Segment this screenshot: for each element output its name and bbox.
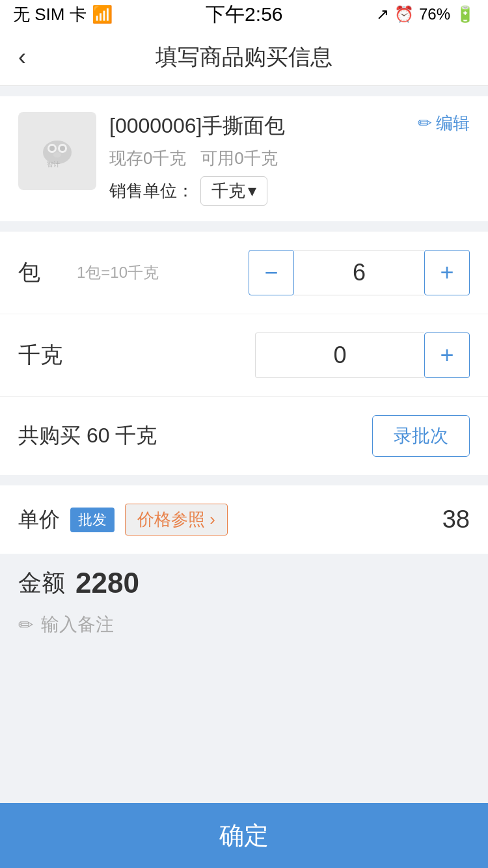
unit-select[interactable]: 千克 ▾ bbox=[200, 176, 267, 206]
svg-point-5 bbox=[53, 152, 61, 157]
product-name: [0000006]手撕面包 bbox=[109, 112, 470, 141]
pencil-icon: ✏ bbox=[18, 614, 33, 636]
plus-button-bao[interactable]: + bbox=[424, 250, 470, 295]
quantity-hint-bao: 1包=10千克 bbox=[77, 262, 249, 283]
price-reference-button[interactable]: 价格参照 › bbox=[125, 504, 228, 536]
batch-record-button[interactable]: 录批次 bbox=[372, 415, 470, 457]
svg-text:智计: 智计 bbox=[47, 161, 60, 168]
product-card: 智计 [0000006]手撕面包 现存0千克 可用0千克 销售单位： 千克 ▾ … bbox=[0, 96, 488, 221]
product-unit-row: 销售单位： 千克 ▾ bbox=[109, 176, 470, 206]
amount-value: 2280 bbox=[75, 567, 139, 599]
back-button[interactable]: ‹ bbox=[18, 44, 26, 71]
nav-bar: ‹ 填写商品购买信息 bbox=[0, 29, 488, 86]
product-logo: 智计 bbox=[38, 131, 77, 170]
svg-point-4 bbox=[60, 146, 65, 151]
summary-text: 共购买 60 千克 bbox=[18, 422, 157, 450]
battery-text: 76% bbox=[419, 5, 450, 23]
svg-point-3 bbox=[49, 146, 55, 151]
carrier-text: 无 SIM 卡 bbox=[13, 3, 87, 26]
status-left: 无 SIM 卡 📶 bbox=[13, 3, 113, 26]
summary-row: 共购买 60 千克 录批次 bbox=[0, 397, 488, 475]
quantity-section: 包 1包=10千克 − + 千克 + bbox=[0, 232, 488, 397]
minus-button-bao[interactable]: − bbox=[249, 250, 294, 295]
plus-button-kg[interactable]: + bbox=[424, 332, 470, 378]
quantity-input-kg[interactable] bbox=[255, 332, 424, 378]
chevron-down-icon: ▾ bbox=[248, 181, 256, 201]
edit-button[interactable]: ✏ 编辑 bbox=[418, 112, 470, 135]
quantity-input-bao[interactable] bbox=[294, 250, 424, 295]
product-image: 智计 bbox=[18, 112, 96, 190]
quantity-controls-kg: + bbox=[255, 332, 470, 378]
location-icon: ↗ bbox=[376, 5, 389, 23]
quantity-row-kg: 千克 + bbox=[0, 314, 488, 397]
quantity-row-bao: 包 1包=10千克 − + bbox=[0, 232, 488, 314]
confirm-bar[interactable]: 确定 bbox=[0, 803, 488, 868]
price-label: 单价 bbox=[18, 506, 60, 534]
battery-icon: 🔋 bbox=[455, 5, 475, 23]
price-section: 单价 批发 价格参照 › 38 bbox=[0, 485, 488, 554]
quantity-label-kg: 千克 bbox=[18, 340, 70, 370]
status-time: 下午2:56 bbox=[206, 1, 282, 28]
page-title: 填写商品购买信息 bbox=[156, 42, 332, 72]
remark-placeholder: 输入备注 bbox=[41, 612, 114, 637]
edit-icon: ✏ bbox=[418, 113, 432, 133]
product-info: [0000006]手撕面包 现存0千克 可用0千克 销售单位： 千克 ▾ bbox=[109, 112, 470, 206]
alarm-icon: ⏰ bbox=[394, 5, 414, 23]
quantity-controls-bao: − + bbox=[249, 250, 470, 295]
product-stock: 现存0千克 可用0千克 bbox=[109, 147, 470, 170]
status-right: ↗ ⏰ 76% 🔋 bbox=[376, 5, 475, 23]
wifi-icon: 📶 bbox=[92, 5, 113, 25]
quantity-label-bao: 包 bbox=[18, 258, 70, 288]
price-value: 38 bbox=[442, 506, 470, 534]
amount-label: 金额 bbox=[18, 567, 65, 599]
confirm-button-text: 确定 bbox=[219, 819, 269, 852]
status-bar: 无 SIM 卡 📶 下午2:56 ↗ ⏰ 76% 🔋 bbox=[0, 0, 488, 29]
amount-row: 金额 2280 bbox=[18, 567, 470, 599]
section-divider bbox=[0, 475, 488, 485]
amount-section: 金额 2280 ✏ 输入备注 bbox=[0, 554, 488, 655]
remark-row[interactable]: ✏ 输入备注 bbox=[18, 612, 470, 637]
price-tag: 批发 bbox=[70, 508, 115, 532]
